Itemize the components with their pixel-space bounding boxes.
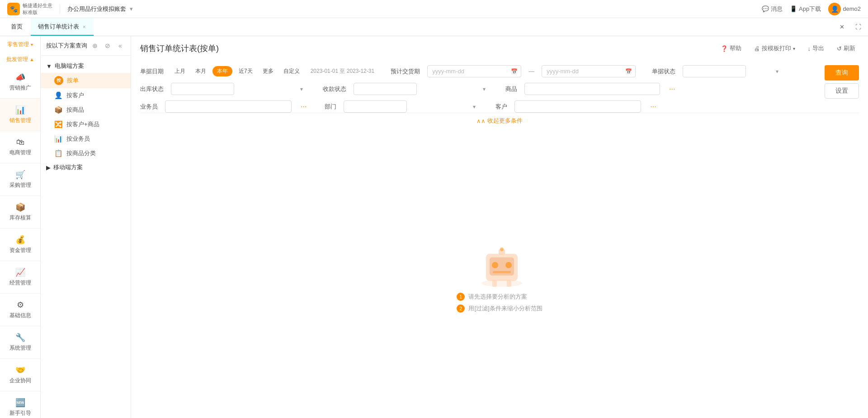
sidebar-item-operations[interactable]: 📈 经营管理	[0, 261, 40, 294]
payment-status-select-wrap	[354, 83, 489, 95]
add-scheme-button[interactable]: ⊕	[90, 41, 100, 51]
sidebar-group-retail[interactable]: 零售管理 ▾	[0, 36, 40, 51]
app-download-button[interactable]: 📱 App下载	[790, 5, 821, 13]
refresh-icon: ↺	[837, 45, 842, 52]
sidebar-finance-icon: 💰	[15, 235, 25, 245]
collapse-filter-button[interactable]: ∧∧ 收起更多条件	[140, 113, 859, 128]
reset-button[interactable]: 设置	[825, 83, 859, 99]
order-status-select[interactable]	[683, 65, 746, 77]
scheme-group-mobile-header[interactable]: ▶ 移动端方案	[41, 161, 131, 174]
logo-text: 畅捷通好生意 标准版	[23, 2, 52, 15]
payment-status-label: 收款状态	[323, 85, 346, 93]
product-more-icon[interactable]: ···	[667, 85, 677, 93]
page-actions: ❓ 帮助 🖨 按模板打印 ▾ ↓ 导出 ↺ 刷新	[717, 43, 859, 54]
sidebar-group-wholesale-label: 批发管理	[6, 56, 28, 63]
scheme-item-by-customer[interactable]: 👤 按客户	[41, 88, 131, 103]
logo-icon: 🐾	[7, 3, 20, 15]
delivery-date-end-input[interactable]	[542, 65, 636, 77]
sidebar-newuser-icon: 🆕	[15, 398, 25, 408]
query-button[interactable]: 查询	[825, 65, 859, 81]
date-more-btn[interactable]: 更多	[259, 66, 277, 76]
sidebar-item-marketing[interactable]: 📣 营销推广	[0, 66, 40, 99]
date-range-display: 2023-01-01 至 2023-12-31	[311, 67, 374, 75]
scheme-item-by-salesperson-label: 按业务员	[66, 135, 90, 143]
department-select[interactable]	[344, 100, 407, 113]
date-custom-btn[interactable]: 自定义	[280, 66, 303, 76]
svg-rect-9	[507, 280, 511, 287]
scheme-by-order-icon: 按	[54, 76, 63, 85]
refresh-button[interactable]: ↺ 刷新	[833, 43, 859, 54]
customer-more-icon[interactable]: ···	[648, 103, 658, 111]
salesperson-input[interactable]	[165, 100, 292, 113]
edit-scheme-button[interactable]: ⊘	[103, 41, 113, 51]
scheme-group-desktop: ▼ 电脑端方案 按 按单 👤 按客户 📦	[41, 59, 131, 161]
sidebar-item-purchase[interactable]: 🛒 采购管理	[0, 163, 40, 196]
logo-area: 🐾 畅捷通好生意 标准版	[7, 2, 52, 15]
scheme-by-customer-product-icon: 🔀	[54, 120, 63, 128]
empty-state: 1 请先选择要分析的方案 2 用[过滤]条件来缩小分析范围	[457, 240, 542, 313]
user-menu-button[interactable]: 👤 demo2	[828, 3, 861, 15]
payment-status-select[interactable]	[354, 83, 417, 95]
sidebar-item-basic[interactable]: ⚙ 基础信息	[0, 294, 40, 326]
tab-home[interactable]: 首页	[4, 18, 30, 36]
delivery-date-end-wrap	[542, 65, 636, 77]
tab-sales-order-stats[interactable]: 销售订单统计表 ×	[31, 18, 94, 36]
date-7days-btn[interactable]: 近7天	[235, 66, 256, 76]
breadcrumb-title[interactable]: 办公用品行业模拟账套	[67, 5, 126, 13]
close-window-icon[interactable]: ✕	[835, 21, 848, 33]
sidebar-item-inventory[interactable]: 📦 库存核算	[0, 196, 40, 228]
customer-input[interactable]	[514, 100, 641, 113]
empty-icon-svg	[472, 240, 531, 290]
scheme-item-by-product-label: 按商品	[66, 106, 84, 114]
collapse-filter-label: 收起更多条件	[487, 117, 523, 125]
sidebar-item-sales[interactable]: 📊 销售管理	[0, 99, 40, 131]
department-label: 部门	[325, 103, 336, 111]
delivery-date-start-input[interactable]	[427, 65, 521, 77]
sidebar-item-newuser[interactable]: 🆕 新手引导	[0, 391, 40, 418]
delivery-status-select[interactable]	[171, 83, 234, 95]
sidebar-item-system[interactable]: 🔧 系统管理	[0, 326, 40, 359]
tab-close-icon[interactable]: ×	[82, 23, 86, 30]
scheme-item-by-salesperson[interactable]: 📊 按业务员	[41, 132, 131, 146]
sidebar-item-cooperation[interactable]: 🤝 企业协同	[0, 359, 40, 391]
scheme-item-by-product-category[interactable]: 📋 按商品分类	[41, 146, 131, 161]
sidebar-item-ecommerce[interactable]: 🛍 电商管理	[0, 131, 40, 163]
help-icon: ❓	[721, 45, 728, 52]
salesperson-label: 业务员	[140, 103, 158, 111]
scheme-item-by-customer-label: 按客户	[66, 91, 84, 100]
export-button[interactable]: ↓ 导出	[804, 43, 828, 54]
svg-rect-5	[493, 271, 511, 273]
scheme-item-by-product[interactable]: 📦 按商品	[41, 103, 131, 117]
print-dropdown-icon: ▾	[793, 46, 795, 51]
date-prev-month-btn[interactable]: 上月	[171, 66, 189, 76]
scheme-item-by-product-category-label: 按商品分类	[66, 149, 96, 157]
hint-2-text: 用[过滤]条件来缩小分析范围	[468, 304, 542, 313]
export-icon: ↓	[808, 45, 811, 52]
sidebar-group-wholesale[interactable]: 批发管理 ▲	[0, 51, 40, 66]
expected-delivery-label: 预计交货期	[391, 67, 420, 76]
tabbar-right: ✕ ⛶	[835, 21, 864, 33]
delivery-status-label: 出库状态	[140, 85, 164, 93]
collapse-panel-button[interactable]: «	[115, 41, 125, 51]
sidebar-system-icon: 🔧	[15, 332, 25, 342]
hint-2-number: 2	[457, 304, 465, 313]
template-print-button[interactable]: 🖨 按模板打印 ▾	[750, 43, 799, 54]
date-this-year-btn[interactable]: 本年	[212, 66, 232, 76]
date-this-month-btn[interactable]: 本月	[192, 66, 210, 76]
scheme-group-mobile-label: 移动端方案	[53, 163, 83, 171]
expand-window-icon[interactable]: ⛶	[852, 21, 864, 33]
scheme-item-by-customer-product-label: 按客户+商品	[66, 120, 99, 128]
filter-area: 单据日期 上月 本月 本年 近7天 更多 自定义 2023-01-01 至 20…	[131, 59, 868, 135]
scheme-item-by-customer-product[interactable]: 🔀 按客户+商品	[41, 117, 131, 132]
sidebar-item-finance[interactable]: 💰 资金管理	[0, 228, 40, 261]
scheme-group-desktop-header[interactable]: ▼ 电脑端方案	[41, 59, 131, 73]
scheme-list: ▼ 电脑端方案 按 按单 👤 按客户 📦	[41, 56, 131, 418]
svg-rect-8	[492, 280, 497, 287]
scheme-item-by-order[interactable]: 按 按单	[41, 73, 131, 88]
help-button[interactable]: ❓ 帮助	[717, 43, 745, 54]
product-input[interactable]	[524, 83, 660, 95]
hint-1-text: 请先选择要分析的方案	[468, 293, 527, 301]
message-button[interactable]: 💬 消息	[762, 5, 783, 13]
breadcrumb-dropdown-icon[interactable]: ▾	[130, 5, 133, 12]
salesperson-more-icon[interactable]: ···	[299, 103, 308, 111]
